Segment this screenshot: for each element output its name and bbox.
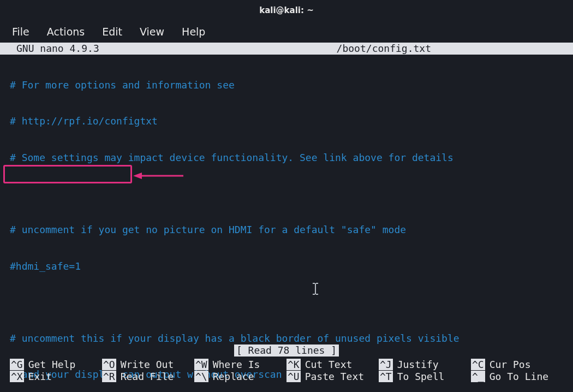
shortcut-key: ^J xyxy=(379,359,393,370)
code-line: # uncomment this if your display has a b… xyxy=(10,332,563,345)
shortcut-replace[interactable]: ^\Replace xyxy=(194,370,286,382)
shortcut-key: ^C xyxy=(471,359,485,370)
editor-area[interactable]: # For more options and information see #… xyxy=(0,55,573,392)
code-line xyxy=(10,188,563,200)
nano-header: GNU nano 4.9.3 /boot/config.txt xyxy=(0,43,573,55)
code-line xyxy=(10,296,563,308)
shortcut-key: ^O xyxy=(102,359,116,370)
shortcut-label: Go To Line xyxy=(490,371,548,382)
menu-file[interactable]: File xyxy=(12,26,29,38)
code-line: # uncomment if you get no picture on HDM… xyxy=(10,224,563,236)
code-line: # Some settings may impact device functi… xyxy=(10,152,563,164)
code-line: # For more options and information see xyxy=(10,79,563,91)
shortcut-exit[interactable]: ^XExit xyxy=(10,370,102,382)
shortcut-to-spell[interactable]: ^TTo Spell xyxy=(379,370,471,382)
shortcut-label: Where Is xyxy=(213,359,260,370)
nano-status-line: [ Read 78 lines ] xyxy=(0,345,573,357)
shortcut-label: Cut Text xyxy=(305,359,353,370)
shortcut-cur-pos[interactable]: ^CCur Pos xyxy=(471,358,563,370)
shortcut-read-file[interactable]: ^RRead File xyxy=(102,370,194,382)
shortcut-key: ^G xyxy=(10,359,24,370)
menu-view[interactable]: View xyxy=(140,26,164,38)
shortcut-key: ^W xyxy=(194,359,208,370)
shortcut-label: Get Help xyxy=(28,359,76,370)
shortcut-go-to-line[interactable]: ^_Go To Line xyxy=(471,370,563,382)
shortcut-key: ^R xyxy=(102,371,116,382)
nano-app-name: GNU nano 4.9.3 xyxy=(10,43,99,55)
menubar: File Actions Edit View Help xyxy=(0,21,573,43)
shortcut-label: Justify xyxy=(397,359,439,370)
menu-edit[interactable]: Edit xyxy=(102,26,122,38)
shortcut-label: Cur Pos xyxy=(490,359,531,370)
shortcut-key: ^U xyxy=(286,371,301,382)
shortcut-write-out[interactable]: ^OWrite Out xyxy=(102,358,194,370)
shortcut-cut-text[interactable]: ^KCut Text xyxy=(286,358,379,370)
shortcut-get-help[interactable]: ^GGet Help xyxy=(10,358,102,370)
shortcut-justify[interactable]: ^JJustify xyxy=(379,358,471,370)
shortcut-label: Read File xyxy=(121,371,174,382)
window-titlebar: kali@kali: ~ xyxy=(0,0,573,21)
menu-actions[interactable]: Actions xyxy=(47,26,85,38)
code-line: #hdmi_safe=1 xyxy=(10,260,563,272)
shortcut-label: Exit xyxy=(28,371,52,382)
shortcut-label: To Spell xyxy=(397,371,445,382)
shortcut-paste-text[interactable]: ^UPaste Text xyxy=(286,370,379,382)
shortcut-key: ^K xyxy=(286,359,301,370)
shortcut-where-is[interactable]: ^WWhere Is xyxy=(194,358,286,370)
nano-status-text: [ Read 78 lines ] xyxy=(234,345,339,357)
menu-help[interactable]: Help xyxy=(182,26,205,38)
shortcut-key: ^X xyxy=(10,371,24,382)
shortcut-label: Replace xyxy=(213,371,254,382)
nano-file-path: /boot/config.txt xyxy=(337,43,573,55)
nano-header-spacer xyxy=(99,43,337,55)
shortcut-key: ^T xyxy=(379,371,393,382)
shortcut-key: ^_ xyxy=(471,371,485,382)
nano-shortcuts: ^GGet Help ^OWrite Out ^WWhere Is ^KCut … xyxy=(10,358,563,382)
shortcut-key: ^\ xyxy=(194,371,208,382)
shortcut-label: Paste Text xyxy=(305,371,364,382)
terminal-window: kali@kali: ~ File Actions Edit View Help… xyxy=(0,0,573,392)
window-title: kali@kali: ~ xyxy=(259,5,314,15)
code-line: # http://rpf.io/configtxt xyxy=(10,115,563,127)
shortcut-label: Write Out xyxy=(121,359,174,370)
